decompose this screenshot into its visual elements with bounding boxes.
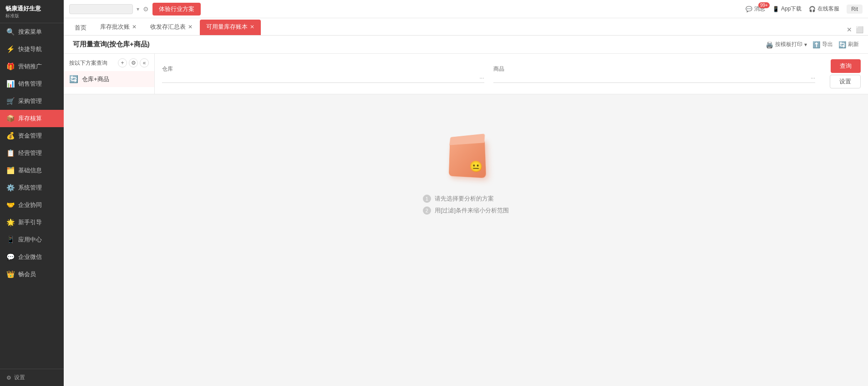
- tab-receive-summary[interactable]: 收发存汇总表 ✕: [144, 20, 199, 35]
- app-download-button[interactable]: 📱 App下载: [772, 5, 802, 13]
- product-more-icon[interactable]: ···: [811, 75, 815, 81]
- scheme-panel-actions: + ⚙ «: [118, 58, 149, 67]
- folder-icon: 🗂️: [6, 166, 15, 175]
- sidebar-item-newbie[interactable]: 🌟 新手引导: [0, 214, 64, 231]
- message-button[interactable]: 💬 消息 99+: [746, 5, 765, 13]
- topbar-search-input[interactable]: [69, 4, 133, 14]
- sidebar-item-system[interactable]: ⚙️ 系统管理: [0, 179, 64, 196]
- scheme-collapse-button[interactable]: «: [140, 58, 149, 67]
- chart-icon: 📊: [6, 80, 15, 88]
- scheme-panel-header: 按以下方案查询 + ⚙ «: [64, 58, 154, 71]
- sidebar-item-enterprise[interactable]: 🤝 企业协同: [0, 196, 64, 214]
- page-header: 可用量查询(按仓库+商品) 🖨️ 按模板打印 ▾ ⬆️ 导出 🔄 刷新: [64, 36, 868, 54]
- main-content: ▾ ⚙ 体验行业方案 💬 消息 99+ 📱 App下载 🎧 在线客服 Rit 首…: [64, 0, 868, 386]
- refresh-button[interactable]: 🔄 刷新: [838, 41, 859, 48]
- window-expand-icon[interactable]: ⬜: [856, 26, 863, 33]
- sidebar-item-label: 销售管理: [18, 80, 42, 88]
- sidebar-item-label: 畅会员: [18, 270, 36, 278]
- page-content: 可用量查询(按仓库+商品) 🖨️ 按模板打印 ▾ ⬆️ 导出 🔄 刷新: [64, 36, 868, 386]
- chat-icon: 💬: [6, 253, 15, 261]
- query-button[interactable]: 查询: [831, 59, 861, 73]
- export-icon: ⬆️: [812, 41, 820, 48]
- gift-icon: 🎁: [6, 62, 15, 71]
- warehouse-more-icon[interactable]: ···: [479, 75, 484, 81]
- product-input[interactable]: [493, 75, 808, 82]
- sidebar-item-label: 企业协同: [18, 201, 42, 209]
- window-close-icon[interactable]: ✕: [847, 26, 852, 33]
- rotate-icon: 🔄: [69, 75, 78, 83]
- sidebar-item-search[interactable]: 🔍 搜索菜单: [0, 23, 64, 41]
- sidebar-item-label: 企业微信: [18, 253, 42, 261]
- page-title: 可用量查询(按仓库+商品): [73, 40, 150, 49]
- headset-icon: 🎧: [809, 6, 816, 12]
- sidebar-item-label: 采购管理: [18, 97, 42, 105]
- sidebar-item-inventory[interactable]: 📦 库存核算: [0, 110, 64, 127]
- filter-settings-button[interactable]: 设置: [830, 75, 861, 88]
- message-icon: 💬: [746, 6, 752, 12]
- sidebar-item-basic[interactable]: 🗂️ 基础信息: [0, 162, 64, 179]
- filter-row: 仓库 ··· 商品 ···: [155, 54, 822, 94]
- scheme-add-button[interactable]: +: [118, 58, 127, 67]
- sidebar-item-operation[interactable]: 📋 经营管理: [0, 144, 64, 162]
- empty-state: 😐 1 请先选择要分析的方案 2 用[过滤]条件来缩小分析范围: [64, 94, 868, 251]
- print-chevron-icon: ▾: [804, 41, 807, 48]
- tip-text-2: 用[过滤]条件来缩小分析范围: [435, 206, 509, 215]
- tab-available-ledger[interactable]: 可用量库存账本 ✕: [200, 20, 261, 35]
- sidebar: 畅康通好生意 标准版 🔍 搜索菜单 ⚡ 快捷导航 🎁 营销推广 📊 销售管理 🛒…: [0, 0, 64, 386]
- tip-number-2: 2: [423, 206, 431, 215]
- topbar-gear-icon[interactable]: ⚙: [143, 5, 149, 13]
- online-service-button[interactable]: 🎧 在线客服: [809, 5, 839, 13]
- tab-batch-account[interactable]: 库存批次账 ✕: [94, 20, 143, 35]
- print-label: 按模板打印: [775, 41, 802, 48]
- mobile-icon: 📱: [772, 6, 779, 12]
- window-controls: ✕ ⬜: [847, 26, 863, 35]
- product-filter: 商品 ···: [493, 65, 816, 83]
- sidebar-bottom[interactable]: ⚙ 设置: [0, 369, 64, 386]
- tab-label: 收发存汇总表: [150, 23, 186, 31]
- sidebar-item-shortcut[interactable]: ⚡ 快捷导航: [0, 41, 64, 58]
- empty-tips: 1 请先选择要分析的方案 2 用[过滤]条件来缩小分析范围: [423, 195, 509, 215]
- sidebar-item-purchase[interactable]: 🛒 采购管理: [0, 93, 64, 110]
- chevron-down-icon[interactable]: ▾: [137, 6, 139, 12]
- sidebar-item-marketing[interactable]: 🎁 营销推广: [0, 58, 64, 75]
- warehouse-filter: 仓库 ···: [162, 65, 484, 83]
- box-icon: 📦: [6, 114, 15, 123]
- money-icon: 💰: [6, 132, 15, 140]
- export-button[interactable]: ⬆️ 导出: [812, 41, 833, 48]
- sidebar-item-label: 基础信息: [18, 166, 42, 175]
- tabbar: 首页 库存批次账 ✕ 收发存汇总表 ✕ 可用量库存账本 ✕ ✕ ⬜: [64, 18, 868, 36]
- sidebar-item-appstore[interactable]: 📱 应用中心: [0, 231, 64, 248]
- sidebar-item-label: 营销推广: [18, 62, 42, 71]
- warehouse-input[interactable]: [162, 75, 477, 82]
- refresh-label: 刷新: [848, 41, 859, 48]
- empty-illustration: 😐: [439, 131, 493, 185]
- print-button[interactable]: 🖨️ 按模板打印 ▾: [766, 41, 807, 48]
- tab-close-icon[interactable]: ✕: [250, 24, 254, 30]
- sidebar-item-sales[interactable]: 📊 销售管理: [0, 75, 64, 93]
- tab-home[interactable]: 首页: [68, 21, 93, 35]
- tip-text-1: 请先选择要分析的方案: [435, 195, 494, 203]
- user-profile[interactable]: Rit: [847, 5, 863, 14]
- sidebar-scroll: 🔍 搜索菜单 ⚡ 快捷导航 🎁 营销推广 📊 销售管理 🛒 采购管理 📦 库存核…: [0, 23, 64, 369]
- empty-tip-2: 2 用[过滤]条件来缩小分析范围: [423, 206, 509, 215]
- product-input-wrap: ···: [493, 75, 816, 83]
- empty-box-illustration: 😐: [448, 139, 486, 178]
- scheme-settings-button[interactable]: ⚙: [129, 58, 138, 67]
- star-icon: 🌟: [6, 218, 15, 226]
- header-actions: 🖨️ 按模板打印 ▾ ⬆️ 导出 🔄 刷新: [766, 41, 859, 48]
- empty-tip-1: 1 请先选择要分析的方案: [423, 195, 494, 203]
- export-label: 导出: [822, 41, 833, 48]
- sidebar-item-member[interactable]: 👑 畅会员: [0, 266, 64, 283]
- scheme-item-warehouse-product[interactable]: 🔄 仓库+商品: [64, 71, 154, 87]
- sidebar-item-wechat[interactable]: 💬 企业微信: [0, 248, 64, 266]
- phone-icon: 📱: [6, 236, 15, 244]
- sidebar-item-label: 经营管理: [18, 149, 42, 157]
- empty-face-illustration: 😐: [462, 157, 490, 177]
- scheme-item-label: 仓库+商品: [82, 75, 109, 83]
- tab-close-icon[interactable]: ✕: [188, 24, 193, 30]
- sidebar-item-finance[interactable]: 💰 资金管理: [0, 127, 64, 144]
- sidebar-item-label: 快捷导航: [18, 45, 42, 53]
- trial-button[interactable]: 体验行业方案: [152, 3, 201, 15]
- tab-close-icon[interactable]: ✕: [132, 24, 137, 30]
- sidebar-settings-label: 设置: [14, 374, 25, 381]
